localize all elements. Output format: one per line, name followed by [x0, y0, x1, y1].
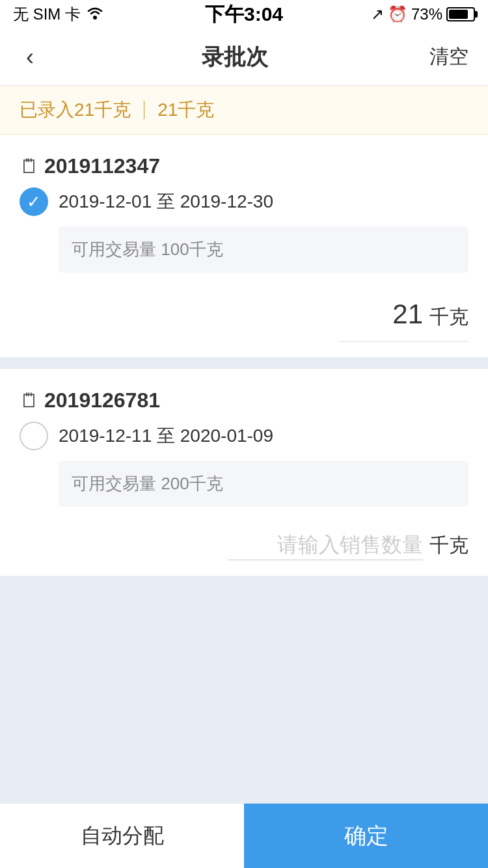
battery-percentage: 73% — [411, 5, 442, 23]
qty-input-2[interactable] — [228, 530, 423, 560]
content-wrap: 🗒 2019112347 ✓ 2019-12-01 至 2019-12-30 可… — [0, 135, 488, 852]
batch-2-qty-box: 可用交易量 200千克 — [59, 461, 468, 507]
section-separator-1 — [0, 357, 488, 369]
alarm-icon: ⏰ — [388, 5, 407, 23]
batch-1-input-row — [0, 331, 488, 357]
wifi-icon — [86, 5, 104, 23]
battery-icon — [446, 7, 475, 21]
recorded-value: 21千克 — [157, 98, 214, 122]
batch-item-2: 🗒 2019126781 2019-12-11 至 2020-01-09 可用交… — [0, 369, 488, 520]
page-title: 录批次 — [202, 42, 268, 72]
status-left: 无 SIM 卡 — [13, 4, 104, 25]
confirm-button[interactable]: 确定 — [244, 804, 488, 868]
document-icon-2: 🗒 — [20, 390, 39, 412]
batch-2-date-row[interactable]: 2019-12-11 至 2020-01-09 — [20, 422, 468, 450]
batch-2-qty-text: 可用交易量 200千克 — [72, 474, 223, 493]
batch-1-unit: 千克 — [429, 304, 468, 331]
check-mark-1: ✓ — [27, 192, 41, 212]
document-icon-1: 🗒 — [20, 156, 39, 178]
batch-1-date-row[interactable]: ✓ 2019-12-01 至 2019-12-30 — [20, 187, 468, 216]
batch-2-radio[interactable] — [20, 422, 48, 450]
status-time: 下午3:04 — [205, 1, 283, 28]
nav-bar: ‹ 录批次 清空 — [0, 29, 488, 86]
info-banner: 已录入21千克 21千克 — [0, 86, 488, 135]
batch-2-header: 🗒 2019126781 — [20, 388, 468, 413]
batch-2-id: 2019126781 — [44, 388, 160, 413]
status-right: ↗ ⏰ 73% — [371, 5, 475, 23]
batch-1-qty-text: 可用交易量 100千克 — [72, 239, 223, 259]
info-divider — [144, 101, 144, 119]
status-bar: 无 SIM 卡 下午3:04 ↗ ⏰ 73% — [0, 0, 488, 29]
batch-1-amount-row: 21 千克 — [0, 286, 488, 331]
recorded-label: 已录入21千克 — [20, 98, 131, 122]
clear-button[interactable]: 清空 — [429, 44, 468, 70]
bottom-bar: 自动分配 确定 — [0, 803, 488, 868]
batch-1-header: 🗒 2019112347 — [20, 154, 468, 178]
location-icon: ↗ — [371, 5, 384, 23]
batch-1-radio[interactable]: ✓ — [20, 187, 48, 216]
auto-distribute-button[interactable]: 自动分配 — [0, 804, 244, 868]
batch-2-input-row: 千克 — [0, 520, 488, 576]
batch-2-input-unit: 千克 — [429, 532, 468, 559]
batch-1-qty-box: 可用交易量 100千克 — [59, 226, 468, 273]
batch-1-amount: 21 — [392, 299, 423, 330]
qty-input-wrapper[interactable] — [20, 530, 423, 560]
svg-point-0 — [93, 16, 97, 20]
batch-2-date: 2019-12-11 至 2020-01-09 — [59, 424, 273, 448]
batch-item-1: 🗒 2019112347 ✓ 2019-12-01 至 2019-12-30 可… — [0, 135, 488, 286]
batch-1-date: 2019-12-01 至 2019-12-30 — [59, 189, 273, 214]
sim-status: 无 SIM 卡 — [13, 4, 81, 25]
back-button[interactable]: ‹ — [20, 37, 40, 77]
batch-1-id: 2019112347 — [44, 154, 160, 178]
